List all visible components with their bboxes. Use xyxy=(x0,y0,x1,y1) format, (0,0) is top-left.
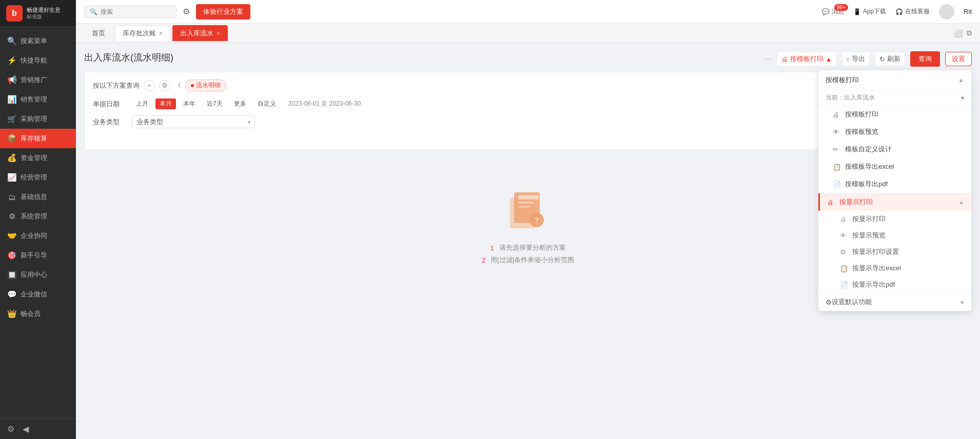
dropdown-current-arrow[interactable]: ▾ xyxy=(961,94,964,102)
dropdown-collapse-icon[interactable]: ▲ xyxy=(958,76,964,84)
sidebar-item-wechat-label: 企业微信 xyxy=(21,290,47,299)
export-toolbar-btn[interactable]: ↑ 导出 xyxy=(842,52,870,66)
page-content: 出入库流水(流水明细) ··· 🖨 按模板打印 ▲ ↑ 导出 ↻ 刷新 查询 设… xyxy=(76,43,980,439)
business-type-label: 业务类型 xyxy=(93,117,124,127)
more-options-icon[interactable]: ··· xyxy=(765,54,771,64)
preview-icon: 👁 xyxy=(833,128,841,136)
sidebar-item-guide[interactable]: 🎯 新手引导 xyxy=(0,246,76,265)
sidebar-item-finance[interactable]: 💰 资金管理 xyxy=(0,148,76,168)
sidebar-item-quick-nav[interactable]: ⚡ 快捷导航 xyxy=(0,51,76,70)
filter-setting-btn[interactable]: ⚙ xyxy=(159,80,170,91)
purchase-icon: 🛒 xyxy=(7,114,16,124)
date-btn-last-month[interactable]: 上月 xyxy=(132,98,152,109)
svg-text:?: ? xyxy=(535,216,539,224)
sidebar-item-vip[interactable]: 👑 畅会员 xyxy=(0,304,76,324)
search-icon: 🔍 xyxy=(7,36,16,46)
sidebar-item-collab[interactable]: 🤝 企业协同 xyxy=(0,226,76,246)
sidebar-item-basic[interactable]: 🗂 基础信息 xyxy=(0,187,76,207)
settings-btn[interactable]: 设置 xyxy=(945,52,972,66)
msg-badge: 99+ xyxy=(834,4,848,11)
empty-hint-1: 1 请先选择要分析的方案 xyxy=(490,243,565,252)
vip-icon: 👑 xyxy=(7,309,16,318)
empty-hint-2: 2 用[过滤]条件来缩小分析范围 xyxy=(482,255,574,265)
search-input[interactable] xyxy=(101,8,162,15)
sidebar-item-system[interactable]: ⚙ 系统管理 xyxy=(0,207,76,226)
dropdown-item-template-print[interactable]: 🖨 按模板打印 xyxy=(818,106,971,123)
query-btn[interactable]: 查询 xyxy=(910,51,940,67)
dropdown-item-display-print-header[interactable]: 🖨 按显示打印 ▲ xyxy=(820,193,971,211)
sidebar-item-search[interactable]: 🔍 搜索菜单 xyxy=(0,31,76,51)
dropdown-item-display-preview[interactable]: 👁 按显示预览 xyxy=(818,227,971,244)
date-filter-label: 单据日期 xyxy=(93,99,124,109)
date-btn-custom[interactable]: 自定义 xyxy=(253,98,280,109)
date-btn-this-year[interactable]: 本年 xyxy=(179,98,200,109)
empty-hint-2-num: 2 xyxy=(482,256,485,264)
tab-batch-account-close[interactable]: × xyxy=(159,30,163,37)
header-online-service[interactable]: 🎧 在线客服 xyxy=(895,7,930,16)
basic-icon: 🗂 xyxy=(7,193,16,202)
sidebar-item-inventory[interactable]: 📦 库存核算 xyxy=(0,129,76,148)
print-toolbar-btn[interactable]: 🖨 按模板打印 ▲ xyxy=(777,52,837,66)
display-pdf-icon: 📄 xyxy=(840,281,848,289)
date-range-text: 2023-06-01 至 2023-06-30 xyxy=(288,99,361,108)
header-search-box[interactable]: 🔍 xyxy=(84,6,177,18)
dropdown-item-display-print[interactable]: 🖨 按显示打印 xyxy=(818,211,971,227)
sidebar-item-collab-label: 企业协同 xyxy=(21,231,47,241)
sidebar-item-wechat[interactable]: 💬 企业微信 xyxy=(0,285,76,304)
sidebar-item-marketing[interactable]: 📢 营销推广 xyxy=(0,70,76,90)
sidebar-item-sales[interactable]: 📊 销售管理 xyxy=(0,90,76,109)
dropdown-current-row: 当前：出入库流水 ▾ xyxy=(818,90,971,106)
dropdown-item-display-pdf[interactable]: 📄 按显示导出pdf xyxy=(818,276,971,293)
refresh-toolbar-btn[interactable]: ↻ 刷新 xyxy=(875,52,905,66)
header-app-download[interactable]: 📱 App下载 xyxy=(853,7,886,16)
sidebar-item-finance-label: 资金管理 xyxy=(21,153,47,163)
sidebar-item-operations[interactable]: 📈 经营管理 xyxy=(0,168,76,187)
sidebar-item-search-label: 搜索菜单 xyxy=(21,36,47,46)
dropdown-item-template-excel[interactable]: 📋 按模板导出excel xyxy=(818,158,971,175)
display-print-icon: 🖨 xyxy=(840,215,848,223)
settings-bottom-icon[interactable]: ⚙ xyxy=(7,424,14,434)
dropdown-item-template-preview[interactable]: 👁 按模板预览 xyxy=(818,123,971,141)
quick-nav-icon: ⚡ xyxy=(7,56,16,65)
dropdown-item-template-preview-label: 按模板预览 xyxy=(845,127,878,136)
dropdown-header: 按模板打印 ▲ xyxy=(818,70,971,90)
user-avatar[interactable] xyxy=(939,4,954,19)
filter-collapse-btn[interactable]: 《 xyxy=(174,81,181,90)
finance-icon: 💰 xyxy=(7,153,16,163)
header-gear-icon[interactable]: ⚙ xyxy=(183,7,190,16)
top-header: 🔍 ⚙ 体验行业方案 💬 消息 99+ 📱 App下载 🎧 在线客服 Rit xyxy=(76,0,980,24)
maximize-icon[interactable]: ⬜ xyxy=(954,29,963,37)
tab-flow-close[interactable]: × xyxy=(217,30,220,37)
dropdown-item-display-pdf-label: 按显示导出pdf xyxy=(852,280,895,289)
tab-flow[interactable]: 出入库流水 × xyxy=(172,25,228,41)
sidebar: b 畅捷通好生意 标准版 🔍 搜索菜单 ⚡ 快捷导航 📢 营销推广 📊 销售管理… xyxy=(0,0,76,439)
business-type-select[interactable]: 业务类型 xyxy=(132,115,255,128)
svg-rect-3 xyxy=(518,202,534,204)
page-toolbar: ··· 🖨 按模板打印 ▲ ↑ 导出 ↻ 刷新 查询 设置 xyxy=(765,51,972,67)
restore-icon[interactable]: ⧉ xyxy=(967,29,972,37)
collapse-sidebar-icon[interactable]: ◀ xyxy=(23,424,29,434)
sidebar-item-app-center[interactable]: 🔲 应用中心 xyxy=(0,265,76,285)
tab-batch-account[interactable]: 库存批次账 × xyxy=(115,25,170,41)
tab-home[interactable]: 首页 xyxy=(84,25,113,41)
header-messages[interactable]: 💬 消息 99+ xyxy=(822,7,844,16)
dropdown-item-display-settings[interactable]: ⚙ 按显示打印设置 xyxy=(818,244,971,260)
filter-tag: 流水明细 xyxy=(185,79,226,91)
user-name: Rit xyxy=(964,8,972,15)
display-section-arrow[interactable]: ▲ xyxy=(958,199,964,205)
filter-add-btn[interactable]: + xyxy=(144,80,155,91)
dropdown-item-template-custom[interactable]: ✏ 模板自定义设计 xyxy=(818,141,971,158)
empty-hint-1-num: 1 xyxy=(490,244,494,252)
dropdown-item-display-excel[interactable]: 📋 按显示导出excel xyxy=(818,260,971,276)
message-icon: 💬 xyxy=(822,8,830,15)
date-btn-7days[interactable]: 近7天 xyxy=(203,98,227,109)
dropdown-item-template-pdf[interactable]: 📄 按模板导出pdf xyxy=(818,175,971,193)
date-btn-this-month[interactable]: 本月 xyxy=(155,98,176,109)
dropdown-footer[interactable]: ⚙ 设置默认功能 ▾ xyxy=(818,293,971,311)
sidebar-logo: b 畅捷通好生意 标准版 xyxy=(0,0,76,27)
print-dropdown-arrow[interactable]: ▲ xyxy=(826,55,832,63)
business-type-select-wrapper: 业务类型 xyxy=(132,115,255,128)
date-btn-more[interactable]: 更多 xyxy=(230,98,250,109)
sidebar-item-purchase[interactable]: 🛒 采购管理 xyxy=(0,109,76,129)
trial-btn[interactable]: 体验行业方案 xyxy=(196,4,250,19)
